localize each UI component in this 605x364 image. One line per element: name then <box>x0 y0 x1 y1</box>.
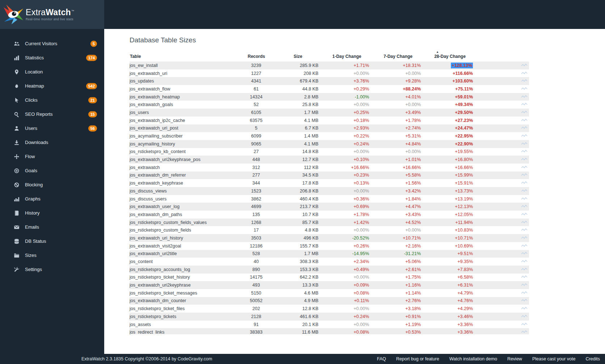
sidebar-item-users[interactable]: Users56 <box>0 121 104 135</box>
size-cell: 25.8 KB <box>274 101 321 109</box>
table-row: jos_rsticketspro_accounts_log890153.3 KB… <box>130 266 529 274</box>
column-header-1day[interactable]: 1-Day Change <box>321 51 372 62</box>
sparkline-icon[interactable] <box>521 314 528 318</box>
sidebar-item-sizes[interactable]: Sizes <box>0 248 104 262</box>
records-cell: 61 <box>238 85 274 93</box>
sidebar-item-label: Statistics <box>25 55 44 60</box>
sparkline-icon[interactable] <box>521 251 528 255</box>
sidebar-item-heatmap[interactable]: Heatmap542 <box>0 79 104 93</box>
change-value: +16.66% <box>455 165 473 170</box>
column-header-records[interactable]: Records <box>238 51 274 62</box>
sparkline-icon[interactable] <box>521 204 528 208</box>
sidebar-item-label: Sizes <box>25 253 37 258</box>
sparkline-icon[interactable] <box>521 102 528 106</box>
records-cell: 6105 <box>238 109 274 117</box>
sparkline-icon[interactable] <box>521 86 528 90</box>
extrawatch-logo[interactable]: ExtraWatch™ Real-time monitor and live s… <box>0 0 104 29</box>
sidebar-item-flow[interactable]: Flow <box>0 149 104 164</box>
sparkline-icon[interactable] <box>521 79 528 82</box>
sparkline-icon[interactable] <box>521 141 528 145</box>
day7-change-cell: +0.53% <box>372 328 424 334</box>
sidebar-item-current-visitors[interactable]: Current Visitors5 <box>0 37 104 51</box>
sparkline-icon[interactable] <box>521 236 528 240</box>
sidebar-item-settings[interactable]: Settings <box>0 262 104 276</box>
day1-change-cell: +2.93% <box>321 124 372 132</box>
sparkline-icon[interactable] <box>521 181 528 185</box>
footer-link-watch-installation-demo[interactable]: Watch installation demo <box>449 356 497 361</box>
sparkline-icon[interactable] <box>521 259 528 263</box>
change-value: +18.31% <box>403 63 421 68</box>
sparkline-cell <box>476 297 529 305</box>
sparkline-icon[interactable] <box>521 212 528 216</box>
day7-change-cell: +0.00% <box>372 101 424 109</box>
change-value: -1.00% <box>355 94 369 100</box>
sparkline-icon[interactable] <box>521 71 528 75</box>
change-value: +15.91% <box>455 181 473 186</box>
change-value: +0.09% <box>354 283 369 288</box>
day7-change-cell: +5.06% <box>372 258 424 266</box>
day28-change-cell: +7.83% <box>424 266 476 274</box>
sparkline-icon[interactable] <box>521 283 528 287</box>
sparkline-cell <box>476 101 529 109</box>
column-header-7day[interactable]: 7-Day Change <box>372 51 424 62</box>
sparkline-icon[interactable] <box>521 118 528 122</box>
footer-link-review[interactable]: Review <box>507 356 522 361</box>
sidebar-item-label: Downloads <box>25 140 48 145</box>
envelope-icon <box>14 224 20 230</box>
sparkline-icon[interactable] <box>521 157 528 161</box>
sidebar-item-history[interactable]: History <box>0 206 104 220</box>
table-row: jos_discuss_users3862460.4 KB+0.36%+1.84… <box>130 195 529 203</box>
sparkline-icon[interactable] <box>521 165 528 169</box>
sidebar-item-seo-reports[interactable]: SEO Reports15 <box>0 107 104 121</box>
sidebar-item-location[interactable]: Location <box>0 65 104 79</box>
size-cell: 11.6 MB <box>274 328 321 334</box>
sidebar-item-goals[interactable]: Goals <box>0 164 104 178</box>
sparkline-icon[interactable] <box>521 228 528 232</box>
sidebar-item-downloads[interactable]: Downloads <box>0 135 104 149</box>
change-value: +0.91% <box>405 314 421 319</box>
sparkline-icon[interactable] <box>521 267 528 271</box>
sparkline-icon[interactable] <box>521 63 528 67</box>
sparkline-icon[interactable] <box>521 134 528 137</box>
change-value: +0.00% <box>354 228 369 233</box>
sidebar-item-db-status[interactable]: DB Status <box>0 234 104 248</box>
column-header-table[interactable]: Table <box>130 51 238 62</box>
sparkline-icon[interactable] <box>521 322 528 326</box>
sparkline-icon[interactable] <box>521 330 528 334</box>
sparkline-icon[interactable] <box>521 220 528 224</box>
sparkline-icon[interactable] <box>521 110 528 114</box>
sidebar-item-label: Emails <box>25 224 39 230</box>
change-value: +16.66% <box>351 165 369 170</box>
sparkline-icon[interactable] <box>521 196 528 200</box>
main-content: Database Table Sizes Table Records Size … <box>104 29 605 354</box>
bar-chart-icon <box>14 55 20 61</box>
change-value: +1.78% <box>354 212 369 217</box>
sparkline-icon[interactable] <box>521 149 528 153</box>
sparkline-icon[interactable] <box>521 94 528 98</box>
sidebar-item-graphs[interactable]: Graphs <box>0 192 104 206</box>
day28-change-cell: +3.36% <box>424 328 476 334</box>
sidebar-item-blocking[interactable]: Blocking <box>0 178 104 192</box>
sidebar-item-clicks[interactable]: Clicks21 <box>0 93 104 107</box>
sparkline-icon[interactable] <box>521 275 528 279</box>
footer-link-please-cast-your-vote[interactable]: Please cast your vote <box>532 356 576 361</box>
day7-change-cell: +4.01% <box>372 93 424 101</box>
sparkline-icon[interactable] <box>521 244 528 247</box>
footer-link-faq[interactable]: FAQ <box>377 356 386 361</box>
sparkline-icon[interactable] <box>521 173 528 177</box>
sparkline-icon[interactable] <box>521 298 528 302</box>
footer-link-report-bug-or-feature[interactable]: Report bug or feature <box>396 356 439 361</box>
table-header-row: Table Records Size 1-Day Change 7-Day Ch… <box>130 51 529 62</box>
sparkline-icon[interactable] <box>521 126 528 130</box>
sparkline-icon[interactable] <box>521 189 528 192</box>
footer-link-credits[interactable]: Credits <box>585 356 600 361</box>
size-cell: 4.9 MB <box>274 297 321 305</box>
sidebar-item-statistics[interactable]: Statistics174 <box>0 51 104 65</box>
sparkline-cell <box>476 148 529 156</box>
column-header-size[interactable]: Size <box>274 51 321 62</box>
sparkline-icon[interactable] <box>521 306 528 310</box>
size-cell: 155.7 KB <box>274 242 321 250</box>
sidebar-item-emails[interactable]: Emails <box>0 220 104 234</box>
column-header-28day[interactable]: ▲28-Day Change <box>424 51 476 62</box>
sparkline-icon[interactable] <box>521 291 528 295</box>
